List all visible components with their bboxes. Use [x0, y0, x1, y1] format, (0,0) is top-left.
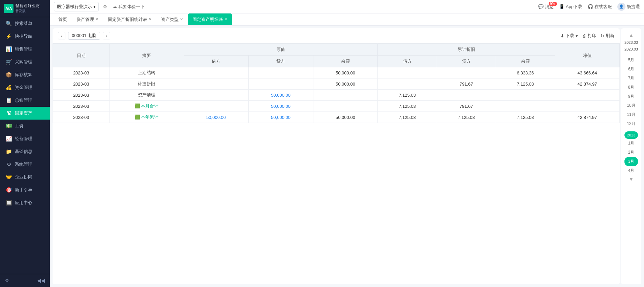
cell-dep-balance: 7,125.03 — [496, 78, 555, 90]
sidebar-item-资金管理[interactable]: 💰资金管理 — [0, 81, 50, 94]
cell-dep-debit: 7,125.03 — [378, 112, 437, 123]
timeline-up-btn[interactable]: ▲ — [627, 31, 635, 39]
tab-close-icon[interactable]: ✕ — [224, 17, 227, 22]
cell-orig-balance — [313, 101, 378, 112]
tl-month-12月[interactable]: 12月 — [624, 119, 638, 128]
nav-icon: 📊 — [5, 46, 12, 52]
cell-orig-debit — [184, 78, 248, 90]
cell-dep-credit — [437, 90, 496, 101]
tab-资产类型[interactable]: 资产类型✕ — [157, 13, 187, 25]
nav-icon: ⚙ — [5, 161, 12, 167]
summary-text: 本年累计 — [141, 115, 158, 120]
sidebar-item-库存核算[interactable]: 📦库存核算 — [0, 68, 50, 81]
tab-资产管理[interactable]: 资产管理✕ — [72, 13, 103, 25]
sidebar-item-固定资产[interactable]: 🏗固定资产 — [0, 107, 50, 120]
tl-month-10月[interactable]: 10月 — [624, 101, 638, 110]
cell-dep-balance — [496, 90, 555, 101]
nav-icon: 🤝 — [5, 174, 12, 180]
cell-date: 2023-03 — [53, 112, 110, 123]
cell-net-value: 42,874.97 — [555, 78, 620, 90]
sidebar-item-工资[interactable]: 💵工资 — [0, 120, 50, 132]
tl-month-4月[interactable]: 4月 — [624, 166, 638, 175]
sidebar-item-快捷导航[interactable]: ⚡快捷导航 — [0, 30, 50, 43]
messages-btn[interactable]: 💬 消息 99+ — [538, 4, 554, 10]
tl-month-6月[interactable]: 6月 — [624, 65, 638, 74]
th-orig-credit: 贷方 — [248, 56, 313, 67]
print-btn[interactable]: 🖨 打印 — [582, 33, 596, 39]
nav-label: 销售管理 — [15, 46, 32, 52]
cell-date: 2023-03 — [53, 78, 110, 90]
tl-month-7月[interactable]: 7月 — [624, 74, 638, 83]
th-dep-credit: 贷方 — [437, 56, 496, 67]
content-area: ‹ 000001 电脑 › ⬇ 下载 ▾ 🖨 打印 ↻ 刷新 — [50, 26, 644, 287]
cell-net-value — [555, 101, 620, 112]
company-selector[interactable]: 医疗器械行业演示 ▾ — [54, 2, 99, 11]
tabs-bar: 首页资产管理✕固定资产折旧统计表✕资产类型✕固定资产明细账✕ — [50, 13, 644, 26]
tab-label: 资产类型 — [161, 17, 179, 23]
tab-close-icon[interactable]: ✕ — [149, 17, 152, 22]
tab-固定资产折旧统计表[interactable]: 固定资产折旧统计表✕ — [103, 13, 156, 25]
cell-summary: 资产清理 — [110, 90, 184, 101]
sidebar-item-企业协同[interactable]: 🤝企业协同 — [0, 171, 50, 184]
user-profile[interactable]: 👤 畅捷通 — [617, 3, 640, 11]
tl-year-badge[interactable]: 2023 — [624, 131, 638, 139]
print-icon: 🖨 — [582, 33, 586, 38]
th-dep-balance: 余额 — [496, 56, 555, 67]
nav-label: 采购管理 — [15, 59, 32, 65]
tab-close-icon[interactable]: ✕ — [95, 17, 98, 22]
online-service-btn[interactable]: 🎧 在线客服 — [588, 4, 612, 10]
nav-label: 基础信息 — [15, 149, 32, 155]
tl-month-2月[interactable]: 2月 — [624, 148, 638, 157]
cell-date: 2023-03 — [53, 90, 110, 101]
tl-month-11月[interactable]: 11月 — [624, 110, 638, 119]
tl-month-5月[interactable]: 5月 — [624, 56, 638, 65]
th-orig-debit: 借方 — [184, 56, 248, 67]
settings-icon[interactable]: ⚙ — [5, 278, 9, 284]
download-icon: ⬇ — [560, 33, 564, 38]
tab-首页[interactable]: 首页 — [54, 13, 71, 25]
sidebar-item-基础信息[interactable]: 📁基础信息 — [0, 145, 50, 158]
timeline-down-btn[interactable]: ▼ — [627, 175, 635, 183]
sidebar-item-总账管理[interactable]: 📋总账管理 — [0, 94, 50, 107]
prev-asset-btn[interactable]: ‹ — [58, 32, 65, 39]
experience-btn[interactable]: ☁ 我要体验一下 — [113, 4, 145, 10]
tl-month-8月[interactable]: 8月 — [624, 83, 638, 92]
sidebar-item-应用中心[interactable]: 🔲应用中心 — [0, 196, 50, 209]
nav-icon: 📋 — [5, 97, 12, 103]
cell-orig-debit — [184, 67, 248, 78]
logo-icon: AtA — [4, 4, 13, 13]
tab-固定资产明细账[interactable]: 固定资产明细账✕ — [188, 13, 232, 25]
tl-month-9月[interactable]: 9月 — [624, 92, 638, 101]
row-icon: 🟩 — [135, 103, 140, 108]
cloud-icon: ☁ — [113, 4, 117, 9]
collapse-icon[interactable]: ◀◀ — [37, 278, 45, 284]
nav-label: 应用中心 — [15, 200, 32, 206]
tab-close-icon[interactable]: ✕ — [180, 17, 183, 22]
nav-icon: 🛒 — [5, 59, 12, 65]
nav-label: 快捷导航 — [15, 33, 32, 39]
tl-month-3月[interactable]: 3月 — [624, 157, 638, 166]
nav-icon: 🏗 — [5, 110, 12, 116]
tl-divider1 — [624, 54, 638, 54]
cell-net-value: 42,874.97 — [555, 112, 620, 123]
refresh-btn[interactable]: ↻ 刷新 — [601, 33, 614, 39]
sidebar-item-采购管理[interactable]: 🛒采购管理 — [0, 56, 50, 68]
sidebar-logo: AtA 畅捷通好业财 普及版 — [0, 0, 50, 17]
next-asset-btn[interactable]: › — [103, 32, 110, 39]
sidebar-item-搜索菜单[interactable]: 🔍搜索菜单 — [0, 17, 50, 30]
sidebar-item-系统管理[interactable]: ⚙系统管理 — [0, 158, 50, 171]
experience-label: 我要体验一下 — [118, 4, 145, 10]
cell-date: 2023-03 — [53, 101, 110, 112]
download-btn[interactable]: ⬇ 下载 ▾ — [560, 33, 578, 39]
cell-orig-balance: 50,000.00 — [313, 78, 378, 90]
tl-month-1月[interactable]: 1月 — [624, 139, 638, 148]
sidebar-item-新手引导[interactable]: 🎯新手引导 — [0, 184, 50, 196]
nav-icon: 💵 — [5, 123, 12, 129]
topbar-settings-icon[interactable]: ⚙ — [103, 4, 107, 10]
cell-dep-credit: 791.67 — [437, 101, 496, 112]
panel-toolbar: ‹ 000001 电脑 › ⬇ 下载 ▾ 🖨 打印 ↻ 刷新 — [53, 28, 620, 43]
sidebar-item-销售管理[interactable]: 📊销售管理 — [0, 43, 50, 56]
sidebar-item-经营管理[interactable]: 📈经营管理 — [0, 132, 50, 145]
app-download-btn[interactable]: 📱 App下载 — [559, 4, 582, 10]
cell-summary: 计提折旧 — [110, 78, 184, 90]
